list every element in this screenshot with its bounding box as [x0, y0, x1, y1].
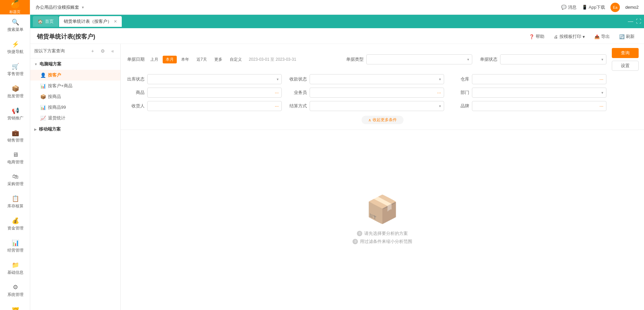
refresh-btn[interactable]: 🔄 刷新 [616, 32, 637, 41]
warehouse-control[interactable]: ··· [472, 74, 606, 84]
tab-home[interactable]: 🏠 首页 [33, 16, 58, 27]
logo-text: 标题页 [9, 9, 20, 14]
date-btn-7days[interactable]: 近7天 [194, 56, 210, 63]
print-btn[interactable]: 🖨 按模板打印 ▾ [551, 32, 588, 41]
date-btn-this-month[interactable]: 本月 [163, 56, 177, 63]
sidebar-item-finance[interactable]: 💰 资金管理 [0, 213, 30, 235]
brand-dots-icon: ··· [599, 103, 603, 109]
date-btn-this-year[interactable]: 本年 [178, 56, 192, 63]
goods-control[interactable]: ··· [147, 88, 282, 98]
setting-button[interactable]: 设置 [612, 61, 639, 71]
filter-cell-dept: 部门 ▾ [451, 88, 606, 98]
message-btn[interactable]: 💬 消息 [561, 4, 577, 10]
sidebar-item-retail[interactable]: 🛒 零售管理 [0, 59, 30, 81]
settle-dropdown-icon: ▾ [439, 104, 441, 108]
sidebar-item-inventory[interactable]: 📋 库存核算 [0, 191, 30, 213]
type-control[interactable]: ▾ [366, 54, 473, 64]
user-avatar[interactable]: Ea [610, 3, 620, 12]
enterprise-icon: 🤝 [12, 306, 19, 310]
header-dropdown-icon[interactable]: ▾ [82, 5, 84, 10]
scheme-item-by-customer-goods[interactable]: 📊 按客户+商品 [30, 81, 120, 91]
date-btn-custom[interactable]: 自定义 [227, 56, 245, 63]
date-btn-last-month[interactable]: 上月 [147, 56, 161, 63]
date-btn-more[interactable]: 更多 [211, 56, 225, 63]
sidebar-item-operations[interactable]: 📊 经营管理 [0, 235, 30, 257]
status-control[interactable]: ▾ [500, 54, 606, 64]
pay-status-control[interactable]: ▾ [310, 74, 444, 84]
settings-scheme-btn[interactable]: ⚙ [99, 47, 106, 55]
scheme-item-by-goods-99[interactable]: 📊 按商品99 [30, 102, 120, 113]
scheme-item-by-goods-label: 按商品 [48, 94, 61, 100]
sidebar-item-enterprise[interactable]: 🤝 企业协同 [0, 302, 30, 310]
sidebar-item-ecommerce[interactable]: 🖥 电商管理 [0, 147, 30, 169]
help-btn[interactable]: ❓ 帮助 [526, 32, 547, 41]
status-label: 单据状态 [479, 56, 497, 62]
hint1-text: 请先选择要分析的方案 [364, 230, 408, 237]
filter-area: 单据日期 上月 本月 本年 近7天 更多 自定义 2023-03-01 至 20… [121, 44, 644, 130]
sidebar-item-sales[interactable]: 💼 销售管理 [0, 125, 30, 147]
home-icon: 🏠 [38, 19, 43, 24]
brand-control[interactable]: ··· [472, 101, 606, 111]
out-status-dropdown-icon: ▾ [277, 77, 279, 82]
tab-close-icon[interactable]: ✕ [114, 19, 117, 24]
app-logo[interactable]: 🍊 标题页 [0, 0, 30, 14]
collapse-panel-btn[interactable]: « [109, 47, 116, 55]
app-download-label: App下载 [589, 4, 605, 10]
scheme-group-desktop: ▼ 电脑端方案 👤 按客户 📊 按客户+商品 📦 按商品 [30, 58, 120, 123]
pay-status-label: 收款状态 [288, 76, 307, 82]
scheme-item-by-goods[interactable]: 📦 按商品 [30, 91, 120, 102]
user-name[interactable]: demo2 [625, 5, 639, 10]
collapse-label: 收起更多条件 [373, 117, 397, 123]
filter-row-3: 商品 ··· 业务员 ··· [126, 88, 639, 98]
export-btn[interactable]: 📤 导出 [592, 32, 612, 41]
scheme-item-by-customer[interactable]: 👤 按客户 [30, 70, 120, 81]
sidebar-item-search[interactable]: 🔍 搜索菜单 [0, 14, 30, 37]
settle-control[interactable]: ▾ [310, 101, 444, 111]
add-scheme-btn[interactable]: + [89, 47, 96, 55]
app-download-btn[interactable]: 📱 App下载 [582, 4, 605, 10]
warehouse-dots-icon: ··· [599, 76, 603, 82]
filter-cell-brand: 品牌 ··· [451, 101, 606, 111]
quicknav-icon: ⚡ [12, 41, 19, 48]
basic-icon: 📁 [12, 261, 19, 269]
sidebar-item-purchase[interactable]: 🛍 采购管理 [0, 169, 30, 191]
out-status-control[interactable]: ▾ [147, 74, 282, 84]
scheme-group-desktop-header[interactable]: ▼ 电脑端方案 [30, 58, 120, 70]
sidebar-item-quicknav[interactable]: ⚡ 快捷导航 [0, 37, 30, 59]
wholesale-icon: 📦 [12, 85, 19, 92]
customer-goods-icon: 📊 [40, 83, 46, 89]
scheme-group-mobile-header[interactable]: ▶ 移动端方案 [30, 123, 120, 135]
sidebar-item-system[interactable]: ⚙ 系统管理 [0, 279, 30, 302]
salesman-dots-icon: ··· [437, 90, 441, 95]
dept-label: 部门 [451, 90, 469, 96]
tab-sales-stats[interactable]: 销货单统计表（按客户） ✕ [59, 16, 122, 27]
scheme-item-return-stats-label: 退货统计 [48, 115, 65, 121]
sidebar-item-wholesale[interactable]: 📦 批发管理 [0, 81, 30, 103]
goods-label: 商品 [126, 90, 145, 96]
settle-label: 结算方式 [288, 103, 307, 109]
tab-bar-right: — ⛶ [628, 18, 641, 24]
sidebar-item-marketing[interactable]: 📢 营销推广 [0, 103, 30, 125]
scheme-item-by-customer-label: 按客户 [48, 72, 61, 78]
left-panel-header: 按以下方案查询 + ⚙ « [30, 44, 120, 58]
scheme-group-desktop-label: 电脑端方案 [40, 61, 61, 67]
filter-cell-pay-status: 收款状态 ▾ [288, 74, 444, 84]
tab-home-label: 首页 [45, 18, 54, 24]
query-button[interactable]: 查询 [612, 48, 639, 58]
customer-icon: 👤 [40, 72, 46, 78]
page-title: 销货单统计表(按客户) [37, 33, 95, 41]
settings-icon: ⚙ [101, 48, 105, 54]
search-icon: 🔍 [12, 18, 19, 26]
tab-minimize-icon[interactable]: — [628, 18, 633, 24]
dept-dropdown-icon: ▾ [601, 91, 603, 95]
dept-control[interactable]: ▾ [472, 88, 606, 98]
pay-status-dropdown-icon: ▾ [439, 77, 441, 82]
tab-maximize-icon[interactable]: ⛶ [636, 18, 641, 24]
salesman-control[interactable]: ··· [310, 88, 444, 98]
sidebar-item-basic[interactable]: 📁 基础信息 [0, 257, 30, 279]
filter-cell-settle: 结算方式 ▾ [288, 101, 444, 111]
collapse-btn[interactable]: ∧ 收起更多条件 [362, 116, 404, 124]
scheme-item-return-stats[interactable]: 📈 退货统计 [30, 113, 120, 123]
recipient-control[interactable]: ··· [147, 101, 282, 111]
empty-hint-2: ② 用过滤条件来缩小分析范围 [353, 239, 412, 245]
